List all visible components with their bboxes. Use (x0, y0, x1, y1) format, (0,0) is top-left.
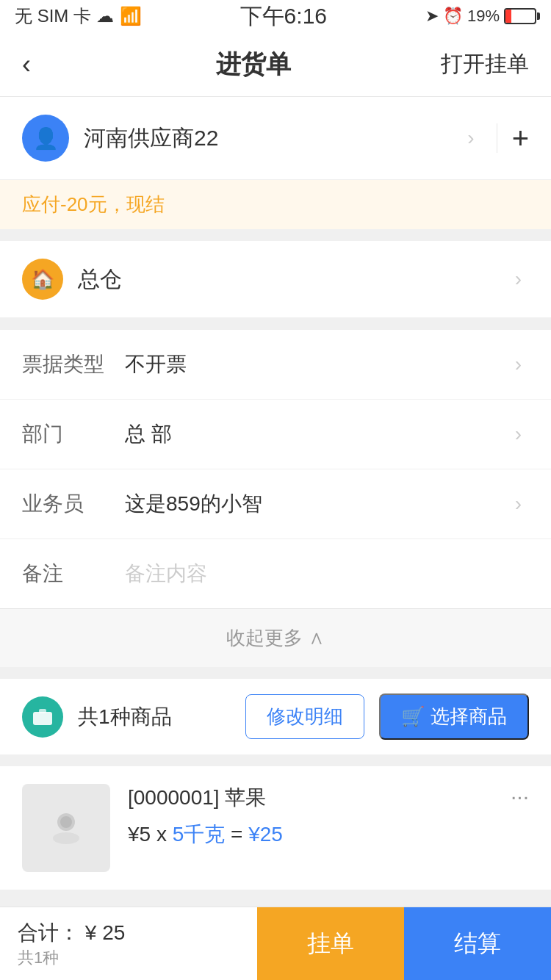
remark-label: 备注 (22, 560, 110, 588)
warehouse-row[interactable]: 🏠 总仓 › (0, 241, 551, 317)
product-count-label: 共1种商品 (78, 703, 231, 731)
open-hang-button[interactable]: 打开挂单 (441, 49, 529, 79)
status-right: ➤ ⏰ 19% (425, 7, 536, 26)
select-product-button[interactable]: 🛒 选择商品 (379, 693, 529, 740)
total-value: ¥25 (248, 823, 283, 846)
add-button[interactable]: + (512, 122, 529, 155)
invoice-type-row[interactable]: 票据类型 不开票 › (0, 329, 551, 399)
battery-icon (504, 8, 536, 24)
department-row[interactable]: 部门 总 部 › (0, 399, 551, 469)
alarm-icon: ⏰ (443, 7, 463, 26)
salesman-chevron-icon: › (515, 492, 522, 516)
supplier-row[interactable]: 👤 河南供应商22 › + (0, 97, 551, 180)
bottom-bar: 合计： ¥ 25 共1种 挂单 结算 (0, 907, 551, 980)
total-label: 合计： (18, 921, 79, 944)
salesman-row[interactable]: 业务员 这是859的小智 › (0, 469, 551, 538)
product-id: [0000001] (128, 786, 220, 809)
form-card: 票据类型 不开票 › 部门 总 部 › 业务员 这是859的小智 › 备注 备注… (0, 329, 551, 667)
warehouse-name: 总仓 (78, 264, 515, 295)
wifi-icon: 📶 (120, 6, 142, 26)
supplier-avatar: 👤 (22, 115, 69, 162)
equals-sign: = (231, 823, 248, 846)
product-thumbnail (22, 784, 110, 872)
department-value: 总 部 (110, 420, 515, 448)
invoice-type-label: 票据类型 (22, 350, 110, 378)
department-label: 部门 (22, 420, 110, 448)
product-count-icon (22, 696, 63, 738)
settle-button[interactable]: 结算 (404, 907, 551, 980)
avatar-icon: 👤 (33, 126, 59, 151)
page-title: 进货单 (216, 48, 291, 82)
salesman-label: 业务员 (22, 490, 110, 518)
warehouse-icon: 🏠 (22, 259, 63, 300)
status-left: 无 SIM 卡 ☁ 📶 (15, 4, 142, 28)
total-section: 合计： ¥ 25 共1种 (0, 907, 257, 980)
svg-point-4 (60, 816, 72, 828)
back-button[interactable]: ‹ (22, 49, 66, 80)
nav-bar: ‹ 进货单 打开挂单 (0, 32, 551, 97)
total-count: 共1种 (18, 947, 240, 969)
status-time: 下午6:16 (240, 1, 327, 32)
quantity-value: 5千克 (173, 823, 226, 846)
product-name: 苹果 (225, 786, 266, 809)
remark-input[interactable]: 备注内容 (110, 560, 529, 588)
invoice-chevron-icon: › (515, 353, 522, 376)
svg-point-3 (53, 832, 79, 844)
warehouse-card[interactable]: 🏠 总仓 › (0, 241, 551, 317)
supplier-card: 👤 河南供应商22 › + 应付-20元，现结 (0, 97, 551, 229)
notice-bar: 应付-20元，现结 (0, 180, 551, 229)
product-info: [0000001] 苹果 ¥5 x 5千克 = ¥25 (128, 784, 493, 849)
supplier-chevron-icon: › (467, 126, 474, 150)
total-row: 合计： ¥ 25 (18, 919, 240, 947)
product-title: [0000001] 苹果 (128, 784, 493, 812)
warehouse-chevron-icon: › (515, 267, 522, 291)
price-separator: x (156, 823, 173, 846)
product-price: ¥5 x 5千克 = ¥25 (128, 821, 493, 849)
more-options-button[interactable]: ··· (511, 784, 529, 809)
product-header: 共1种商品 修改明细 🛒 选择商品 (0, 679, 551, 754)
sim-label: 无 SIM 卡 ☁ (15, 4, 114, 28)
total-amount: ¥ 25 (85, 921, 126, 944)
price-value: ¥5 (128, 823, 151, 846)
status-bar: 无 SIM 卡 ☁ 📶 下午6:16 ➤ ⏰ 19% (0, 0, 551, 32)
collapse-button[interactable]: 收起更多 ∧ (0, 608, 551, 667)
hang-button[interactable]: 挂单 (257, 907, 404, 980)
vertical-divider (497, 123, 497, 153)
svg-rect-0 (33, 712, 52, 725)
svg-rect-1 (39, 709, 46, 713)
supplier-name: 河南供应商22 (84, 123, 467, 154)
remark-row[interactable]: 备注 备注内容 (0, 538, 551, 608)
invoice-type-value: 不开票 (110, 350, 515, 378)
warehouse-symbol: 🏠 (31, 268, 54, 291)
product-section: 共1种商品 修改明细 🛒 选择商品 (0, 679, 551, 754)
location-icon: ➤ (425, 7, 439, 26)
edit-detail-button[interactable]: 修改明细 (245, 694, 364, 739)
product-item: [0000001] 苹果 ¥5 x 5千克 = ¥25 ··· (0, 766, 551, 890)
salesman-value: 这是859的小智 (110, 490, 515, 518)
department-chevron-icon: › (515, 422, 522, 446)
battery-label: 19% (467, 7, 500, 26)
cart-icon: 🛒 (401, 705, 425, 728)
content: 👤 河南供应商22 › + 应付-20元，现结 🏠 总仓 › 票据类型 不开票 … (0, 97, 551, 978)
